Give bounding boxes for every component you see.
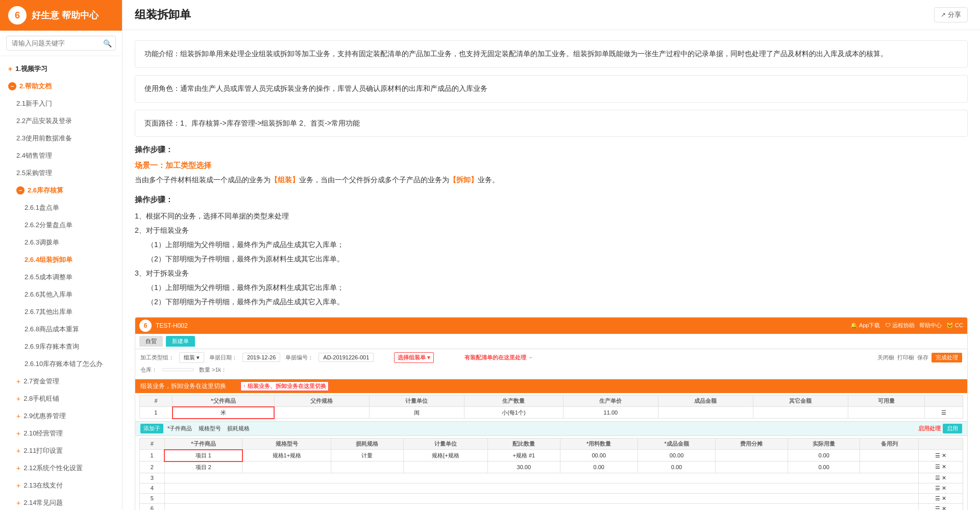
mock-th-ops [924,395,963,407]
step3-2: （2）下部明细为子件明细，最终作为产成品生成其它入库单。 [135,295,968,309]
share-button[interactable]: ↗ 分享 [934,7,968,22]
mock-sub-th-spec: 规格型号 [242,438,331,450]
mock-sub-cell-amount: 00.00 [638,450,715,462]
brand-name: 好生意 帮助中心 [32,9,99,21]
mock-sub-r2-ops: ☰ ✕ [918,462,963,473]
main-body: 功能介绍：组装拆卸单用来处理企业组装或拆卸等加工业务，支持有固定装配清单的产品加… [122,30,980,510]
plus-icon: + [16,447,20,455]
sidebar-item-prepare[interactable]: 2.3使用前数据准备 [0,130,122,147]
sidebar-item-2-11[interactable]: + 2.11打印设置 [0,442,122,459]
mock-sub-cell-goods: 项目 1 [164,450,242,462]
sidebar-item-2-12[interactable]: + 2.12系统个性化设置 [0,459,122,477]
sidebar-item-2-7[interactable]: + 2.7资金管理 [0,373,122,390]
step2-2: （2）下部明细为子件明细，最终作为原材料生成其它出库单。 [135,252,968,266]
sidebar-item-2-9[interactable]: + 2.9优惠券管理 [0,407,122,425]
search-input[interactable] [6,36,116,51]
mock-row-other-amount [753,407,848,419]
mock-form-row2: 仓库： 数量 >1k： [140,366,962,374]
sidebar-item-newbie[interactable]: 2.1新手入门 [0,95,122,112]
screenshot-container: 6 TEST-H002 🔔 App下载 🛡 远程协助 帮助中心 🐱 CC 自贸 … [135,317,968,510]
sidebar-item-2-10[interactable]: + 2.10经营管理 [0,425,122,442]
mock-sub-r2-col [860,462,918,473]
mock-row-prod-amount [658,407,753,419]
mock-sub-r2-ratio: 30.00 [487,462,560,473]
sidebar-item-label: 2.1新手入门 [16,99,52,108]
mock-th-other-amount: 其它金额 [753,395,848,407]
mock-date-value: 2019-12-26 [242,353,280,362]
mock-sub-row6: 6 ☰ ✕ [140,503,963,510]
mock-form-area: 加工类型组： 组装 ▾ 单据日期： 2019-12-26 单据编号： AD-20… [135,349,967,379]
mock-tabs-row: 自贸 新建单 [135,334,967,349]
sidebar-item-label: 2.8手机旺铺 [23,394,59,403]
sidebar: 6 好生意 帮助中心 🔍 + 1.视频学习 − 2.帮助文档 2.1新手入门 2… [0,0,122,510]
step1: 1、根据不同的业务，选择不同单据的类型来处理 [135,209,968,223]
mock-sub-th-amount: *成品金额 [638,438,715,450]
minus-icon: − [8,82,16,90]
mock-sub-label: *子件商品 规格型号 损耗规格 [167,425,250,432]
mock-parent-label: 组装业务，拆卸业务在这里切换 [140,382,226,391]
mock-sub-row5: 5 ☰ ✕ [140,493,963,503]
mock-no-value: AD-20191226-001 [318,353,374,362]
mock-sub-r4-ops: ☰ ✕ [918,483,963,493]
path-text: 页面路径：1、库存核算->库存管理->组装拆卸单 2、首页->常用功能 [144,119,360,127]
sidebar-item-label: 2.14常见问题 [23,498,63,507]
mock-no-label: 单据编号： [285,354,313,361]
mock-add-sub-btn: 添加子 [140,424,163,433]
mock-row-seq: 1 [140,407,173,419]
path-block: 页面路径：1、库存核算->库存管理->组装拆卸单 2、首页->常用功能 [135,110,968,137]
mock-sub-r3-ops: ☰ ✕ [918,473,963,483]
sidebar-item-video[interactable]: + 1.视频学习 [0,60,122,78]
mock-sub-r2-spec [242,462,331,473]
plus-icon: + [16,395,20,403]
page-title: 组装拆卸单 [135,7,191,22]
mock-sub-cell-ops: ☰ ✕ [918,450,963,462]
scenario-title: 场景一：加工类型选择 [135,161,968,171]
sidebar-item-2-13[interactable]: + 2.13在线支付 [0,477,122,494]
mock-sub-row4: 4 ☰ ✕ [140,483,963,493]
sidebar-item-2-14[interactable]: + 2.14常见问题 [0,494,122,510]
sidebar-item-2-6-6[interactable]: 2.6.6其他入库单 [0,286,122,303]
mock-th-unit: 计量单位 [369,395,464,407]
scenario-desc: 当由多个子件材料组装成一个成品的业务为【组装】业务，当由一个父件拆分成多个子产品… [135,174,968,186]
mock-date-label: 单据日期： [209,354,237,361]
sidebar-item-2-6-10[interactable]: 2.6.10库存账本错了怎么办 [0,355,122,373]
sidebar-item-2-6-1[interactable]: 2.6.1盘点单 [0,199,122,216]
sidebar-item-2-6-9[interactable]: 2.6.9库存账本查询 [0,338,122,355]
sidebar-item-2-6-3[interactable]: 2.6.3调拨单 [0,234,122,251]
mock-btn-save: 保存 [917,354,928,361]
sidebar-item-2-6-2[interactable]: 2.6.2分量盘点单 [0,216,122,234]
sidebar-item-sales[interactable]: 2.4销售管理 [0,147,122,164]
intro-text: 功能介绍：组装拆卸单用来处理企业组装或拆卸等加工业务，支持有固定装配清单的产品加… [144,50,888,58]
sidebar-item-2-6-7[interactable]: 2.6.7其他出库单 [0,303,122,321]
sidebar-item-label: 1.视频学习 [15,64,47,74]
sidebar-item-purchase[interactable]: 2.5采购管理 [0,164,122,182]
mock-sub-th-ops [918,438,963,450]
sidebar-item-2-8[interactable]: + 2.8手机旺铺 [0,390,122,407]
minus-icon: − [16,186,24,195]
sidebar-item-2-6-8[interactable]: 2.6.8商品成本重算 [0,321,122,338]
mock-type-label: 加工类型组： [140,354,174,361]
sidebar-item-2-6-4[interactable]: 2.6.4组装拆卸单 [0,251,122,269]
mock-sub-r3-empty [164,473,918,483]
mock-qty-label: 数量 >1k： [199,366,227,374]
sidebar-item-label: 2.10经营管理 [23,429,63,438]
mock-sub-cell-usage: 00.00 [560,450,638,462]
sidebar-item-install[interactable]: 2.2产品安装及登录 [0,112,122,130]
mock-row-parent-spec [274,407,369,419]
mock-sub-r2-actual: 0.00 [788,462,860,473]
sidebar-item-label: 2.13在线支付 [23,481,63,490]
highlight-assembly: 【组装】 [271,176,299,184]
sidebar-item-help-docs[interactable]: − 2.帮助文档 [0,78,122,95]
mock-sub-cell-alloc [716,450,788,462]
mock-right-btns: 关闭橱 打印橱 保存 完成处理 [877,353,962,362]
mock-th-prod-amount: 成品金额 [658,395,753,407]
mock-enable-btn: 启用 [943,424,962,433]
sidebar-item-label: 2.4销售管理 [16,151,52,160]
annotation3-text: 启用处理 [918,425,941,432]
sidebar-item-inventory[interactable]: − 2.6库存核算 [0,182,122,199]
mock-logo: 6 [139,320,152,332]
mock-row-prod-price: 11.00 [563,407,658,419]
sidebar-item-2-6-5[interactable]: 2.6.5成本调整单 [0,269,122,286]
mock-sub-r6-empty [164,503,918,510]
mock-sub-cell-col [860,450,918,462]
